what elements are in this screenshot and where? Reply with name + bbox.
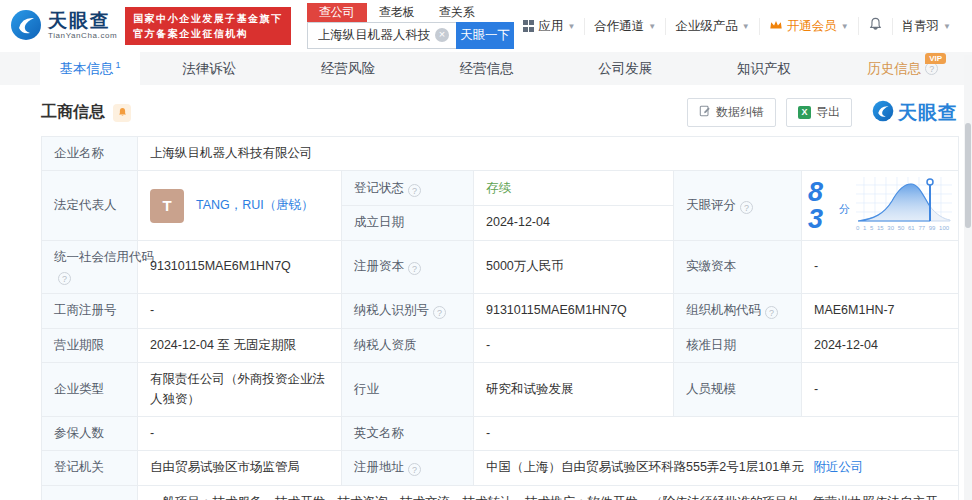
nav-enterprise-products[interactable]: 企业级产品 xyxy=(665,18,758,35)
field-label-company-type: 企业类型 xyxy=(42,363,138,417)
excel-icon xyxy=(798,106,811,119)
field-value-established: 2024-12-04 xyxy=(474,206,674,241)
help-icon[interactable] xyxy=(433,306,446,319)
field-label-term: 营业期限 xyxy=(42,328,138,362)
help-icon[interactable] xyxy=(408,463,421,476)
correction-doc-icon xyxy=(699,105,711,120)
help-icon[interactable] xyxy=(408,262,421,275)
export-button[interactable]: 导出 xyxy=(786,98,852,127)
field-value-authority: 自由贸易试验区市场监管局 xyxy=(138,451,342,485)
field-label-business-scope: 经营范围 xyxy=(42,485,138,500)
nav-partner-channel[interactable]: 合作通道 xyxy=(584,18,665,35)
chevron-down-icon xyxy=(567,22,575,31)
field-label-score: 天眼评分 xyxy=(674,171,802,240)
top-navigation: 应用 合作通道 企业级产品 开通会员 肖青羽 xyxy=(514,17,960,35)
apps-grid-icon xyxy=(523,20,535,32)
tab-intellectual-property[interactable]: 知识产权 xyxy=(695,52,834,85)
field-label-approve-date: 核准日期 xyxy=(674,328,802,362)
table-row: 企业名称 上海纵目机器人科技有限公司 xyxy=(42,137,959,171)
field-value-reg-capital: 5000万人民币 xyxy=(474,240,674,294)
crown-icon xyxy=(769,19,783,33)
tianyancha-logo[interactable]: 天眼查 TianYanCha.com xyxy=(10,9,117,44)
tab-legal-proceedings[interactable]: 法律诉讼 xyxy=(140,52,279,85)
table-row: 参保人数 - 英文名称 - xyxy=(42,416,959,450)
field-value-approve-date: 2024-12-04 xyxy=(802,328,959,362)
field-label-legal-rep: 法定代表人 xyxy=(42,171,138,240)
help-icon[interactable] xyxy=(408,184,421,197)
field-label-established: 成立日期 xyxy=(342,206,474,241)
subscribe-bell-icon[interactable] xyxy=(113,104,131,122)
field-value-legal-rep: T TANG，RUI（唐锐） xyxy=(138,171,342,240)
chevron-down-icon xyxy=(943,22,951,31)
page-scrollbar[interactable] xyxy=(964,55,972,500)
field-value-staff-size: - xyxy=(802,363,959,417)
tab-history-info[interactable]: VIP 历史信息 xyxy=(833,52,972,85)
score-distribution-chart[interactable]: 0 1 5 15 30 50 61 77 99 100 xyxy=(856,177,952,233)
table-row: 统一社会信用代码 91310115MAE6M1HN7Q 注册资本 5000万人民… xyxy=(42,240,959,294)
scrollbar-thumb[interactable] xyxy=(965,123,971,228)
company-tabbar: 基本信息1 法律诉讼 经营风险 经营信息 公司发展 知识产权 VIP 历史信息 xyxy=(0,52,972,85)
search-tab-boss[interactable]: 查老板 xyxy=(367,3,427,22)
field-label-reg-capital: 注册资本 xyxy=(342,240,474,294)
field-label-staff-size: 人员规模 xyxy=(674,363,802,417)
chevron-down-icon xyxy=(841,22,849,31)
field-value-tax-id: 91310115MAE6M1HN7Q xyxy=(474,294,674,328)
field-label-status: 登记状态 xyxy=(342,171,474,206)
help-icon[interactable] xyxy=(740,201,753,214)
field-value-term: 2024-12-04 至 无固定期限 xyxy=(138,328,342,362)
legal-rep-link[interactable]: TANG，RUI（唐锐） xyxy=(196,196,314,215)
chevron-down-icon xyxy=(742,22,750,31)
field-label-company-name: 企业名称 xyxy=(42,137,138,171)
business-info-table: 企业名称 上海纵目机器人科技有限公司 法定代表人 T TANG，RUI（唐锐） … xyxy=(0,136,972,500)
search-area: 查公司 查老板 查关系 天眼一下 xyxy=(307,3,514,49)
nav-apps[interactable]: 应用 xyxy=(514,18,584,35)
tab-company-development[interactable]: 公司发展 xyxy=(556,52,695,85)
brand-domain: TianYanCha.com xyxy=(48,32,117,41)
field-label-tax-quality: 纳税人资质 xyxy=(342,328,474,362)
field-label-tax-id: 纳税人识别号 xyxy=(342,294,474,328)
field-value-paid-capital: - xyxy=(802,240,959,294)
field-label-industry: 行业 xyxy=(342,363,474,417)
section-header: 工商信息 数据纠错 导出 天眼查 xyxy=(0,85,972,136)
tab-operating-risk[interactable]: 经营风险 xyxy=(279,52,418,85)
field-label-reg-no: 工商注册号 xyxy=(42,294,138,328)
field-value-company-type: 有限责任公司（外商投资企业法人独资） xyxy=(138,363,342,417)
clear-search-icon[interactable] xyxy=(435,28,449,42)
tianyancha-swirl-icon xyxy=(10,9,42,44)
legal-rep-avatar[interactable]: T xyxy=(150,189,184,223)
table-row: 营业期限 2024-12-04 至 无固定期限 纳税人资质 - 核准日期 202… xyxy=(42,328,959,362)
field-value-status: 存续 xyxy=(474,171,674,206)
help-icon[interactable] xyxy=(58,272,71,285)
table-row: 登记机关 自由贸易试验区市场监管局 注册地址 中国（上海）自由贸易试验区环科路5… xyxy=(42,451,959,485)
field-value-address: 中国（上海）自由贸易试验区环科路555弄2号1层101单元 附近公司 xyxy=(474,451,959,485)
table-row: 工商注册号 - 纳税人识别号 91310115MAE6M1HN7Q 组织机构代码… xyxy=(42,294,959,328)
field-label-insured: 参保人数 xyxy=(42,416,138,450)
score-unit: 分 xyxy=(839,201,850,218)
help-icon[interactable] xyxy=(765,306,778,319)
nearby-companies-link[interactable]: 附近公司 xyxy=(814,460,864,474)
search-input[interactable] xyxy=(307,22,456,49)
section-title: 工商信息 xyxy=(41,102,105,123)
search-tab-relation[interactable]: 查关系 xyxy=(427,3,487,22)
field-value-insured: - xyxy=(138,416,342,450)
score-axis-ticks: 0 1 5 15 30 50 61 77 99 100 xyxy=(856,224,952,233)
field-label-paid-capital: 实缴资本 xyxy=(674,240,802,294)
data-correction-button[interactable]: 数据纠错 xyxy=(687,98,776,127)
username: 肖青羽 xyxy=(902,18,940,35)
search-button[interactable]: 天眼一下 xyxy=(456,22,514,49)
vip-badge: VIP xyxy=(925,53,946,64)
search-tab-company[interactable]: 查公司 xyxy=(307,3,367,22)
score-value: 83 xyxy=(808,179,835,233)
field-label-english-name: 英文名称 xyxy=(342,416,474,450)
table-row: 法定代表人 T TANG，RUI（唐锐） 登记状态 存续 天眼评分 83 分 xyxy=(42,171,959,206)
nav-user-menu[interactable]: 肖青羽 xyxy=(892,18,960,35)
field-value-company-name: 上海纵目机器人科技有限公司 xyxy=(138,137,959,171)
tab-basic-info[interactable]: 基本信息1 xyxy=(40,52,140,85)
tab-business-info[interactable]: 经营信息 xyxy=(417,52,556,85)
nav-open-vip[interactable]: 开通会员 xyxy=(759,18,858,35)
field-value-uscc: 91310115MAE6M1HN7Q xyxy=(138,240,342,294)
field-label-org-code: 组织机构代码 xyxy=(674,294,802,328)
field-label-uscc: 统一社会信用代码 xyxy=(42,240,138,294)
field-value-score: 83 分 xyxy=(802,171,959,240)
nav-notifications[interactable] xyxy=(858,17,892,35)
